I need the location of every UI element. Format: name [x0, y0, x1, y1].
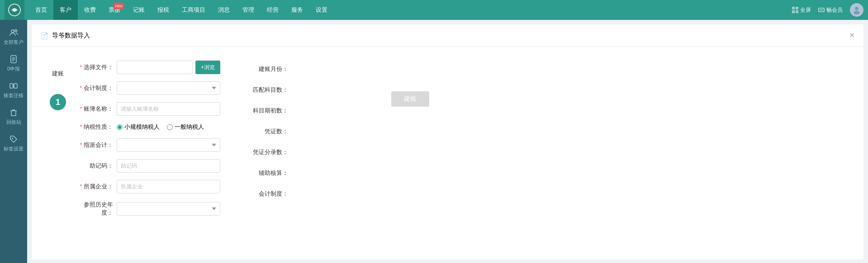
file-input[interactable] — [117, 61, 193, 74]
step-label: 建账 — [52, 68, 64, 78]
sidebar-item-all-customers[interactable]: 全部客户 — [0, 23, 27, 50]
svg-point-14 — [12, 138, 13, 139]
member-button[interactable]: 畅会员 — [818, 6, 843, 14]
dialog-card: 📄 导爷数据导入 × 建账 1 选择文件： — [32, 24, 863, 259]
general-taxpayer-option[interactable]: 一般纳税人 — [167, 123, 204, 131]
svg-rect-4 — [792, 11, 794, 13]
aux-value — [292, 166, 364, 180]
month-value — [292, 62, 364, 76]
nav-tax[interactable]: 报税 — [151, 0, 175, 20]
nav-business[interactable]: 工商项目 — [175, 0, 212, 20]
accounting-system-row: 会计制度： — [77, 81, 220, 95]
nav-bookkeeping[interactable]: 记账 — [127, 0, 151, 20]
fullscreen-label: 全屏 — [800, 6, 811, 14]
accounting-system-label: 会计制度： — [77, 84, 113, 92]
svg-point-1 — [13, 9, 16, 11]
small-taxpayer-label: 小规模纳税人 — [124, 123, 160, 131]
memo-input[interactable] — [117, 159, 220, 173]
main-layout: 全部客户 0申报 账套迁移 回收站 标签设置 📄 导爷数据导入 — [0, 20, 868, 263]
sidebar-label-migration: 账套迁移 — [4, 92, 24, 99]
new-badge: new — [114, 3, 124, 9]
match-row: 匹配科目数： — [247, 83, 364, 97]
month-row: 建账月份： — [247, 62, 364, 76]
sidebar-label-recycle: 回收站 — [6, 119, 21, 126]
voucher-row: 凭证数： — [247, 125, 364, 138]
right-info-fields: 建账月份： 匹配科目数： 科目期初数： — [247, 61, 364, 201]
tax-type-row: 纳税性质： 小规模纳税人 一般纳税人 — [77, 123, 220, 131]
nav-customer[interactable]: 客户 — [53, 0, 78, 20]
form-fields: 选择文件： +浏览 会计制度： — [77, 61, 220, 217]
svg-point-9 — [11, 30, 14, 33]
small-taxpayer-option[interactable]: 小规模纳税人 — [117, 123, 160, 131]
nav-right: 全屏 畅会员 — [792, 3, 863, 17]
sidebar-label-tag-settings: 标签设置 — [4, 146, 24, 152]
sidebar-item-migration[interactable]: 账套迁移 — [0, 77, 27, 103]
history-year-select[interactable] — [117, 202, 220, 216]
sidebar-label-all-customers: 全部客户 — [4, 39, 24, 46]
match-label: 匹配科目数： — [247, 86, 288, 94]
file-label: 选择文件： — [77, 63, 113, 71]
nav-manage[interactable]: 管理 — [236, 0, 261, 20]
tax-type-radio-group: 小规模纳税人 一般纳税人 — [117, 123, 220, 131]
nav-operation[interactable]: 经营 — [261, 0, 285, 20]
period-init-value — [292, 104, 364, 117]
voucher-entries-label: 凭证分录数： — [247, 148, 288, 156]
svg-rect-13 — [14, 84, 17, 88]
history-year-label: 参照历史年度： — [77, 201, 113, 217]
file-input-wrap: +浏览 — [117, 61, 220, 74]
accounting-info-label: 会计制度： — [247, 190, 288, 198]
small-taxpayer-radio[interactable] — [117, 124, 123, 130]
main-content: 📄 导爷数据导入 × 建账 1 选择文件： — [27, 20, 868, 263]
sidebar-item-tag-settings[interactable]: 标签设置 — [0, 130, 27, 157]
svg-rect-5 — [796, 11, 798, 13]
accountant-select[interactable] — [117, 138, 220, 152]
memo-label: 助记码： — [77, 162, 113, 170]
sidebar-item-zero-report[interactable]: 0申报 — [0, 50, 27, 77]
company-input[interactable] — [117, 180, 220, 193]
company-row: 所属企业： — [77, 180, 220, 193]
right-panel: 建账月份： 匹配科目数： 科目期初数： — [238, 61, 845, 217]
svg-point-10 — [15, 30, 17, 32]
svg-point-7 — [855, 7, 859, 10]
accountant-row: 指派会计： — [77, 138, 220, 152]
accountant-label: 指派会计： — [77, 141, 113, 149]
close-button[interactable]: × — [849, 31, 854, 40]
fullscreen-button[interactable]: 全屏 — [792, 6, 811, 14]
sidebar-label-zero-report: 0申报 — [7, 66, 20, 72]
import-icon: 📄 — [41, 32, 48, 39]
file-row: 选择文件： +浏览 — [77, 61, 220, 74]
dialog-title: 📄 导爷数据导入 — [41, 32, 90, 40]
accounting-row: 会计制度： — [247, 187, 364, 201]
history-year-row: 参照历史年度： — [77, 201, 220, 217]
nav-fee[interactable]: 收费 — [78, 0, 102, 20]
nav-message[interactable]: 消息 — [212, 0, 236, 20]
memo-row: 助记码： — [77, 159, 220, 173]
right-panel-content: 建账月份： 匹配科目数： 科目期初数： — [247, 61, 845, 201]
sidebar: 全部客户 0申报 账套迁移 回收站 标签设置 — [0, 20, 27, 263]
dialog-header: 📄 导爷数据导入 × — [32, 24, 863, 47]
nav-invoice[interactable]: 票据 new — [102, 0, 127, 20]
create-account-button[interactable]: 建账 — [391, 91, 429, 107]
general-taxpayer-radio[interactable] — [167, 124, 173, 130]
create-btn-wrapper: 建账 — [391, 61, 429, 201]
user-avatar[interactable] — [850, 3, 863, 17]
nav-settings[interactable]: 设置 — [309, 0, 334, 20]
nav-service[interactable]: 服务 — [285, 0, 309, 20]
step-badge: 1 — [50, 94, 66, 110]
aux-row: 辅助核算： — [247, 166, 364, 180]
sidebar-item-recycle[interactable]: 回收站 — [0, 103, 27, 130]
nav-home[interactable]: 首页 — [29, 0, 53, 20]
voucher-entries-row: 凭证分录数： — [247, 146, 364, 159]
ledger-name-input[interactable] — [117, 102, 220, 116]
accounting-system-select[interactable] — [117, 81, 220, 95]
voucher-entries-value — [292, 146, 364, 159]
browse-button[interactable]: +浏览 — [195, 61, 220, 74]
month-label: 建账月份： — [247, 65, 288, 73]
voucher-value — [292, 125, 364, 138]
dialog-title-text: 导爷数据导入 — [52, 32, 90, 40]
svg-rect-2 — [792, 7, 794, 9]
member-label: 畅会员 — [826, 6, 843, 14]
nav-items: 首页 客户 收费 票据 new 记账 报税 工商项目 消息 管理 经营 服务 设… — [29, 0, 792, 20]
general-taxpayer-label: 一般纳税人 — [175, 123, 204, 131]
step-section: 建账 1 选择文件： +浏览 — [50, 61, 220, 217]
